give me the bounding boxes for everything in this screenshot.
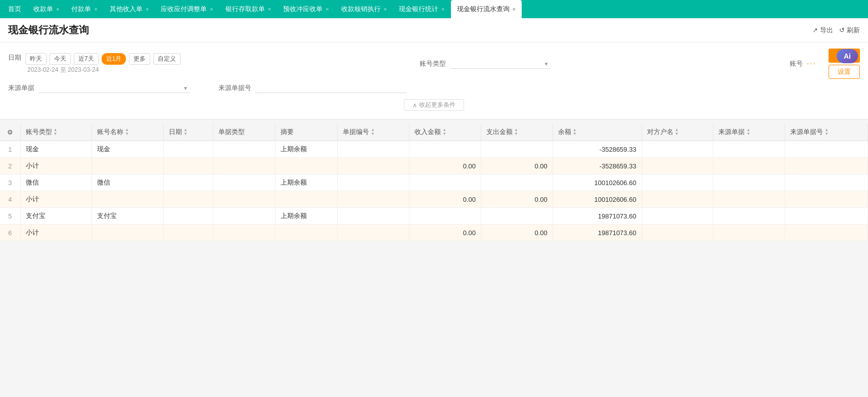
nav-item-付款单[interactable]: 付款单× <box>65 0 103 18</box>
col-header-income[interactable]: 收入金额▲▼ <box>409 123 481 141</box>
date-filter-group: 日期 昨天今天近7天近1月更多自定义 2023-02-24 至 2023-03-… <box>8 53 180 74</box>
gear-icon[interactable]: ⚙ <box>7 128 13 136</box>
cell-account_type: 支付宝 <box>20 208 92 225</box>
col-header-expense[interactable]: 支出金额▲▼ <box>481 123 553 141</box>
refresh-icon: ↺ <box>839 26 845 34</box>
nav-item-收款单[interactable]: 收款单× <box>27 0 65 18</box>
cell-balance: -3528659.33 <box>553 141 642 158</box>
cell-income: 0.00 <box>409 158 481 174</box>
cell-other_name <box>642 141 713 158</box>
cell-doc_no <box>338 174 409 191</box>
col-header-account_name[interactable]: 账号名称▲▼ <box>92 123 164 141</box>
collapse-icon: ∧ <box>413 102 417 109</box>
cell-row_num: 1 <box>0 141 20 158</box>
cell-account_type: 微信 <box>20 174 92 191</box>
cell-doc_type <box>213 191 275 208</box>
date-btn-昨天[interactable]: 昨天 <box>25 53 47 65</box>
table-row: 2小计0.000.00-3528659.33 <box>0 158 868 174</box>
cell-other_name <box>642 208 713 225</box>
close-icon[interactable]: × <box>210 6 213 12</box>
cell-account_type: 小计 <box>20 225 92 241</box>
source-doc-no-input[interactable] <box>255 83 407 93</box>
cell-source_doc_no <box>785 208 868 225</box>
cell-expense <box>481 141 553 158</box>
nav-item-首页[interactable]: 首页 <box>2 0 27 18</box>
nav-item-其他收入单[interactable]: 其他收入单× <box>104 0 155 18</box>
account-label: 账号 <box>790 59 803 68</box>
account-dots-button[interactable]: ··· <box>807 59 816 68</box>
table-row: 4小计0.000.00100102606.60 <box>0 191 868 208</box>
nav-item-收款核销执行[interactable]: 收款核销执行× <box>335 0 393 18</box>
col-header-other_name[interactable]: 对方户名▲▼ <box>642 123 713 141</box>
cell-summary: 上期余额 <box>276 174 338 191</box>
page-title: 现金银行流水查询 <box>8 23 89 37</box>
close-icon[interactable]: × <box>326 6 329 12</box>
nav-item-现金银行流水查询[interactable]: 现金银行流水查询× <box>451 0 522 18</box>
close-icon[interactable]: × <box>513 6 516 12</box>
date-btn-近1月[interactable]: 近1月 <box>102 53 126 65</box>
cell-expense <box>481 174 553 191</box>
date-btn-更多[interactable]: 更多 <box>129 53 150 65</box>
collapse-button[interactable]: ∧ 收起更多条件 <box>404 99 464 111</box>
header-row: ⚙账号类型▲▼账号名称▲▼日期▲▼单据类型摘要单据编号▲▼收入金额▲▼支出金额▲… <box>0 123 868 141</box>
date-btn-近7天[interactable]: 近7天 <box>74 53 99 65</box>
cell-doc_type <box>213 225 275 241</box>
cell-income <box>409 174 481 191</box>
col-header-account_type[interactable]: 账号类型▲▼ <box>20 123 92 141</box>
cell-account_type: 小计 <box>20 191 92 208</box>
nav-item-银行存取款单[interactable]: 银行存取款单× <box>219 0 277 18</box>
cell-summary: 上期余额 <box>276 208 338 225</box>
cell-doc_type <box>213 158 275 174</box>
ai-badge[interactable]: Ai <box>837 49 858 63</box>
nav-item-现金银行统计[interactable]: 现金银行统计× <box>393 0 450 18</box>
source-doc-select[interactable] <box>38 83 190 93</box>
header-actions: ↗ 导出 ↺ 刷新 <box>812 26 860 35</box>
close-icon[interactable]: × <box>384 6 387 12</box>
close-icon[interactable]: × <box>146 6 149 12</box>
cell-income: 0.00 <box>409 191 481 208</box>
account-type-label: 账号类型 <box>420 59 446 68</box>
cell-account_name <box>92 158 164 174</box>
date-btn-今天[interactable]: 今天 <box>50 53 71 65</box>
export-button[interactable]: ↗ 导出 <box>812 26 833 35</box>
refresh-button[interactable]: ↺ 刷新 <box>839 26 860 35</box>
col-header-summary: 摘要 <box>276 123 338 141</box>
col-header-doc_type: 单据类型 <box>213 123 275 141</box>
settings-button[interactable]: 设置 <box>829 65 860 79</box>
close-icon[interactable]: × <box>56 6 59 12</box>
cell-date <box>164 191 213 208</box>
cell-summary: 上期余额 <box>276 141 338 158</box>
date-buttons: 昨天今天近7天近1月更多自定义 <box>25 53 180 65</box>
cell-other_name <box>642 174 713 191</box>
filter-row-1: 日期 昨天今天近7天近1月更多自定义 2023-02-24 至 2023-03-… <box>8 49 860 79</box>
cell-expense <box>481 208 553 225</box>
cell-date <box>164 174 213 191</box>
cell-row_num: 5 <box>0 208 20 225</box>
account-type-select-wrapper: ▼ <box>450 59 551 69</box>
nav-item-预收冲应收单[interactable]: 预收冲应收单× <box>277 0 335 18</box>
table-row: 5支付宝支付宝上期余额19871073.60 <box>0 208 868 225</box>
cell-account_name: 支付宝 <box>92 208 164 225</box>
cell-balance: 100102606.60 <box>553 191 642 208</box>
close-icon[interactable]: × <box>94 6 97 12</box>
export-icon: ↗ <box>812 26 818 34</box>
filter-row-2: 来源单据 ▼ 来源单据号 <box>8 83 860 93</box>
source-doc-no-group: 来源单据号 <box>218 83 407 93</box>
cell-doc_no <box>338 208 409 225</box>
cell-source_doc <box>713 191 785 208</box>
date-btn-自定义[interactable]: 自定义 <box>153 53 180 65</box>
close-icon[interactable]: × <box>441 6 444 12</box>
col-header-source_doc[interactable]: 来源单据▲▼ <box>713 123 785 141</box>
account-type-select[interactable] <box>450 59 551 69</box>
collapse-bar: ∧ 收起更多条件 <box>8 97 860 115</box>
nav-item-应收应付调整单[interactable]: 应收应付调整单× <box>155 0 219 18</box>
date-label: 日期 <box>8 53 21 62</box>
col-header-doc_no[interactable]: 单据编号▲▼ <box>338 123 409 141</box>
col-header-balance[interactable]: 余额▲▼ <box>553 123 642 141</box>
cell-source_doc_no <box>785 191 868 208</box>
col-header-source_doc_no[interactable]: 来源单据号▲▼ <box>785 123 868 141</box>
table-body: 1现金现金上期余额-3528659.332小计0.000.00-3528659.… <box>0 141 868 241</box>
col-header-date[interactable]: 日期▲▼ <box>164 123 213 141</box>
close-icon[interactable]: × <box>268 6 271 12</box>
source-doc-no-label: 来源单据号 <box>218 83 251 93</box>
